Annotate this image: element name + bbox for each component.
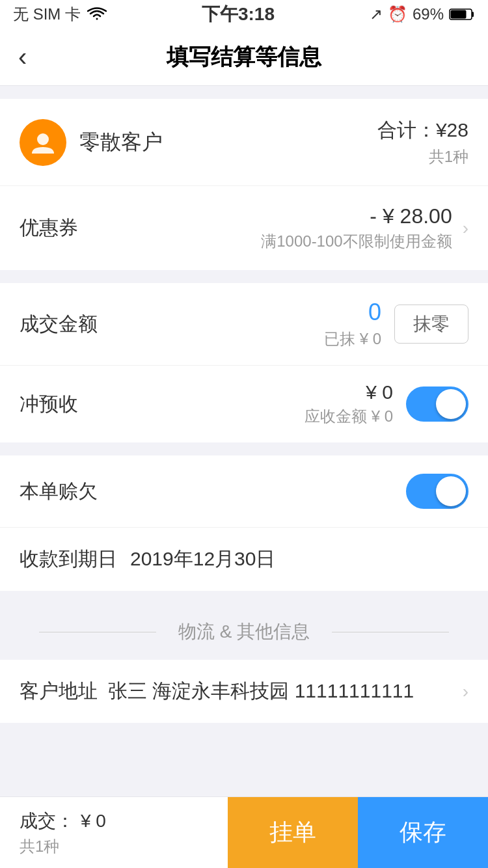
transaction-amount: 0 [324, 299, 381, 326]
customer-row: 零散客户 合计：¥28 共1种 [0, 99, 488, 185]
address-row[interactable]: 客户地址 张三 海淀永丰科技园 11111111111 › [0, 660, 488, 723]
advance-right: ¥ 0 应收金额 ¥ 0 [305, 381, 468, 427]
status-bar: 无 SIM 卡 下午3:18 ↗ ⏰ 69% [0, 0, 488, 29]
debt-row: 本单赊欠 [0, 455, 488, 527]
due-date-label: 收款到期日 [20, 546, 117, 573]
debt-label: 本单赊欠 [20, 478, 98, 505]
advance-toggle-knob [436, 389, 466, 419]
customer-left: 零散客户 [20, 119, 163, 166]
transaction-section: 成交金额 0 已抹 ¥ 0 抹零 冲预收 ¥ 0 应收金额 ¥ 0 [0, 283, 488, 442]
total-amount: 合计：¥28 [377, 117, 468, 144]
back-button[interactable]: ‹ [18, 42, 27, 72]
coupon-amount: - ¥ 28.00 [261, 204, 452, 228]
customer-section: 零散客户 合计：¥28 共1种 优惠券 - ¥ 28.00 满1000-100不… [0, 99, 488, 270]
logistics-label: 物流 & 其他信息 [178, 621, 310, 642]
debt-toggle[interactable] [406, 474, 468, 509]
avatar [20, 119, 66, 166]
alarm-icon: ⏰ [388, 5, 407, 23]
transaction-right: 0 已抹 ¥ 0 抹零 [324, 299, 468, 349]
bottom-info: 成交： ¥ 0 共1种 [0, 809, 228, 857]
battery-text: 69% [413, 5, 444, 23]
page-title: 填写结算等信息 [167, 42, 321, 72]
battery-icon [449, 8, 475, 21]
total-count: 共1种 [377, 146, 468, 167]
debt-section: 本单赊欠 收款到期日 2019年12月30日 [0, 455, 488, 591]
status-right: ↗ ⏰ 69% [370, 5, 475, 23]
coupon-label: 优惠券 [20, 215, 78, 241]
transaction-label: 成交金额 [20, 311, 111, 338]
svg-rect-2 [450, 10, 466, 19]
address-chevron-icon: › [463, 681, 468, 702]
save-button[interactable]: 保存 [358, 797, 488, 869]
due-date-row[interactable]: 收款到期日 2019年12月30日 [0, 527, 488, 591]
advance-amounts: ¥ 0 应收金额 ¥ 0 [305, 381, 393, 427]
logistics-header: 物流 & 其他信息 [0, 604, 488, 660]
logistics-section: 物流 & 其他信息 客户地址 张三 海淀永丰科技园 11111111111 › [0, 604, 488, 723]
wifi-icon [87, 7, 107, 21]
bottom-deal-count: 共1种 [20, 836, 208, 857]
customer-right: 合计：¥28 共1种 [377, 117, 468, 167]
advance-label: 冲预收 [20, 391, 111, 418]
svg-rect-1 [472, 12, 474, 17]
nav-bar: ‹ 填写结算等信息 [0, 29, 488, 86]
transaction-sub: 已抹 ¥ 0 [324, 329, 381, 349]
coupon-chevron-icon: › [463, 218, 468, 239]
no-sim-text: 无 SIM 卡 [13, 4, 81, 25]
coupon-row[interactable]: 优惠券 - ¥ 28.00 满1000-100不限制使用金额 › [0, 185, 488, 270]
advance-row: 冲预收 ¥ 0 应收金额 ¥ 0 [0, 365, 488, 442]
status-time: 下午3:18 [202, 2, 275, 27]
coupon-right-inner: - ¥ 28.00 满1000-100不限制使用金额 [261, 204, 452, 252]
address-label: 客户地址 [20, 678, 98, 705]
status-left: 无 SIM 卡 [13, 4, 107, 25]
bottom-bar: 成交： ¥ 0 共1种 挂单 保存 [0, 796, 488, 868]
customer-name: 零散客户 [79, 128, 163, 157]
bottom-deal-label: 成交： [20, 809, 74, 834]
address-section: 客户地址 张三 海淀永丰科技园 11111111111 › [0, 660, 488, 723]
coupon-desc: 满1000-100不限制使用金额 [261, 231, 452, 252]
transaction-amounts: 0 已抹 ¥ 0 [324, 299, 381, 349]
bottom-deal: 成交： ¥ 0 [20, 809, 208, 834]
svg-point-3 [37, 133, 49, 145]
transaction-row: 成交金额 0 已抹 ¥ 0 抹零 [0, 283, 488, 365]
debt-toggle-knob [436, 476, 466, 506]
hold-button[interactable]: 挂单 [228, 797, 358, 869]
bottom-deal-amount: ¥ 0 [81, 811, 106, 832]
advance-toggle[interactable] [406, 387, 468, 422]
advance-sub-amount: 应收金额 ¥ 0 [305, 406, 393, 427]
round-off-button[interactable]: 抹零 [394, 305, 468, 344]
coupon-right: - ¥ 28.00 满1000-100不限制使用金额 › [261, 204, 468, 252]
address-value: 张三 海淀永丰科技园 11111111111 [108, 678, 447, 705]
due-date-value: 2019年12月30日 [130, 546, 275, 573]
location-icon: ↗ [370, 5, 383, 23]
advance-main-amount: ¥ 0 [305, 381, 393, 403]
avatar-icon [29, 129, 57, 156]
